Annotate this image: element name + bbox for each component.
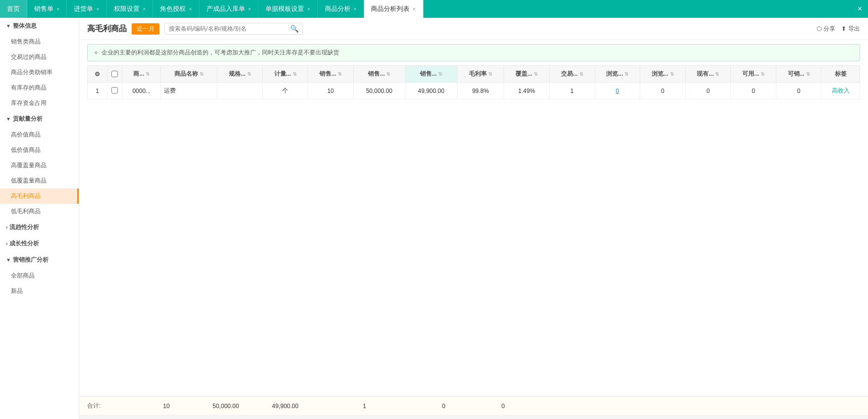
close-template-tab[interactable]: × [307,6,310,12]
cell-sales-cost: 49,900.00 [405,83,457,99]
sidebar-item-high-value[interactable]: 高价值商品 [0,127,79,142]
sidebar-item-high-coverage[interactable]: 高覆盖量商品 [0,158,79,173]
sort-saleable[interactable]: ⇅ [806,71,810,77]
row-checkbox[interactable] [111,87,118,93]
sidebar-group-growth[interactable]: › 成长性分析 [0,235,79,252]
export-button[interactable]: ⬆ 导出 [841,25,860,33]
nav-inbound[interactable]: 产成品入库单 × [200,0,258,18]
search-input[interactable] [169,25,290,32]
sort-gross-rate[interactable]: ⇅ [488,71,492,77]
sort-browse2[interactable]: ⇅ [670,71,674,77]
bottom-scrollbar[interactable] [79,415,868,419]
sort-transactions[interactable]: ⇅ [579,71,583,77]
close-inbound-tab[interactable]: × [248,6,251,12]
sort-sales-amt[interactable]: ⇅ [386,71,390,77]
col-gross-rate: 毛利率⇅ [457,66,504,83]
sidebar-group-flow[interactable]: › 流趋性分析 [0,219,79,235]
nav-sales[interactable]: 销售单 × [27,0,67,18]
col-name: 商品名称⇅ [161,66,217,83]
col-transactions: 交易...⇅ [549,66,595,83]
footer-sales-qty: 10 [137,403,196,410]
cell-spec [217,83,263,99]
top-navigation: 首页 销售单 × 进货单 × 权限设置 × 角色授权 × 产成品入库单 × 单据… [0,0,868,18]
filter-recent-month[interactable]: 近一月 [132,23,159,35]
arrow-overall: ▼ [6,23,11,29]
sort-sales-cost[interactable]: ⇅ [438,71,442,77]
search-box: 🔍 [164,23,303,35]
col-settings[interactable]: ⚙ [88,66,107,83]
sidebar-item-category-rate[interactable]: 商品分类助销率 [0,65,79,80]
content-area: 高毛利商品 近一月 🔍 ⬡ 分享 ⬆ 导出 ✧ 企业的主要的利润都是这部分商品创… [79,18,868,419]
sort-spec[interactable]: ⇅ [247,71,251,77]
info-banner: ✧ 企业的主要的利润都是这部分商品创造的，可考虑加大推广，同时关注库存是不要出现… [87,44,860,61]
col-browse1: 浏览...⇅ [595,66,640,83]
nav-template[interactable]: 单据模板设置 × [258,0,317,18]
sidebar-item-low-coverage[interactable]: 低覆盖量商品 [0,173,79,188]
sidebar-item-all-goods[interactable]: 全部商品 [0,268,79,283]
cell-tag: 高收入 [821,83,860,99]
nav-analysis-list[interactable]: 商品分析列表 × [364,0,423,18]
nav-purchase[interactable]: 进货单 × [67,0,106,18]
sidebar-item-traded-goods[interactable]: 交易过的商品 [0,49,79,65]
sidebar-item-low-margin[interactable]: 低毛利商品 [0,204,79,219]
arrow-contribution: ▼ [6,116,11,122]
nav-permission[interactable]: 权限设置 × [107,0,153,18]
sort-code[interactable]: ⇅ [146,71,150,77]
sidebar-group-contribution[interactable]: ▼ 贡献量分析 [0,111,79,127]
col-sales-qty: 销售...⇅ [308,66,354,83]
cell-transactions: 1 [549,83,595,99]
close-analysis-tab[interactable]: × [354,6,357,12]
arrow-marketing: ▼ [6,257,11,263]
col-browse2: 浏览...⇅ [640,66,686,83]
footer-sales-amt: 50,000.00 [196,403,255,410]
close-purchase-tab[interactable]: × [96,6,99,12]
nav-analysis[interactable]: 商品分析 × [318,0,364,18]
footer-transactions: 1 [315,403,414,410]
table-wrapper[interactable]: ⚙ 商...⇅ 商品名称⇅ 规格...⇅ [79,65,868,396]
window-close-button[interactable]: × [852,0,868,18]
sidebar-item-sales-goods[interactable]: 销售类商品 [0,34,79,49]
cell-name: 运费 [161,83,217,99]
header-right-actions: ⬡ 分享 ⬆ 导出 [817,25,860,33]
close-analysis-list-tab[interactable]: × [412,6,415,12]
main-layout: ▼ 整体信息 销售类商品 交易过的商品 商品分类助销率 有库存的商品 库存资金占… [0,18,868,419]
content-header: 高毛利商品 近一月 🔍 ⬡ 分享 ⬆ 导出 [79,18,868,40]
col-available: 可用...⇅ [731,66,776,83]
sort-coverage[interactable]: ⇅ [534,71,538,77]
footer-available: 0 [473,403,533,410]
sidebar: ▼ 整体信息 销售类商品 交易过的商品 商品分类助销率 有库存的商品 库存资金占… [0,18,79,419]
close-sales-tab[interactable]: × [56,6,59,12]
sort-name[interactable]: ⇅ [200,71,204,77]
sidebar-item-new-goods[interactable]: 新品 [0,283,79,299]
col-sales-cost: 销售...⇅ [405,66,457,83]
sort-available[interactable]: ⇅ [761,71,765,77]
nav-home[interactable]: 首页 [0,0,27,18]
banner-text: 企业的主要的利润都是这部分商品创造的，可考虑加大推广，同时关注库存是不要出现缺货 [102,48,339,57]
cell-sales-qty: 10 [308,83,354,99]
sort-unit[interactable]: ⇅ [293,71,297,77]
sidebar-item-stock-capital[interactable]: 库存资金占用 [0,95,79,111]
search-icon[interactable]: 🔍 [290,25,299,33]
col-checkbox[interactable] [107,66,122,83]
footer-sales-cost: 49,900.00 [255,403,315,410]
sidebar-group-marketing[interactable]: ▼ 营销推广分析 [0,252,79,268]
close-permission-tab[interactable]: × [143,6,146,12]
table-footer: 合计: 10 50,000.00 49,900.00 1 0 0 [79,396,868,415]
sidebar-item-high-margin[interactable]: 高毛利商品 [0,188,79,204]
share-button[interactable]: ⬡ 分享 [817,25,835,33]
cell-gross-rate: 99.8% [457,83,504,99]
sort-current-stock[interactable]: ⇅ [715,71,719,77]
col-code: 商...⇅ [122,66,161,83]
sidebar-item-low-value[interactable]: 低价值商品 [0,142,79,158]
select-all-checkbox[interactable] [111,71,118,77]
sidebar-group-overall[interactable]: ▼ 整体信息 [0,18,79,34]
cell-browse1[interactable]: 0 [595,83,640,99]
nav-role[interactable]: 角色授权 × [153,0,199,18]
banner-icon: ✧ [94,49,99,56]
sort-sales-qty[interactable]: ⇅ [338,71,342,77]
export-icon: ⬆ [841,25,846,32]
close-role-tab[interactable]: × [189,6,192,12]
sidebar-item-in-stock[interactable]: 有库存的商品 [0,80,79,95]
sort-browse1[interactable]: ⇅ [624,71,628,77]
cell-checkbox[interactable] [107,83,122,99]
